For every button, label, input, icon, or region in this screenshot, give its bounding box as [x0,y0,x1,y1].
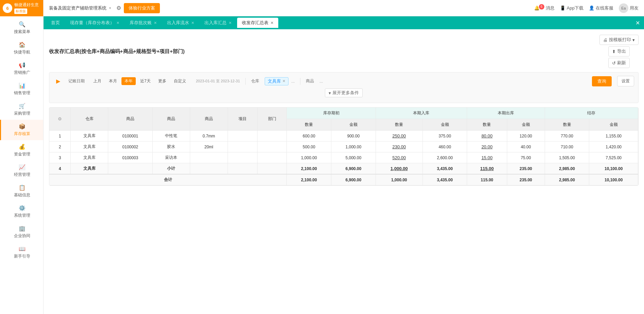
experience-button[interactable]: 体验行业方案 [124,3,160,13]
row-in-qty-link[interactable]: 1,000.00 [391,166,408,171]
row-in-qty-link[interactable]: 230.00 [392,144,406,149]
total-out-qty: 115.00 [467,174,507,185]
sidebar-item-enterprise[interactable]: 🏢企业协同 [0,222,43,242]
product-more[interactable]: ... [319,79,323,84]
sidebar-item-guide[interactable]: 📖新手引导 [0,242,43,263]
tab-close-in-out-flow[interactable]: ✕ [191,21,194,25]
col-dept-header: 部门 [257,108,287,131]
total-out-amount: 235.00 [507,174,545,185]
warehouse-tag[interactable]: 文具库 ✕ [265,77,288,85]
page-inner: 收发存汇总表(按仓库+商品编码+商品+规格型号+项目+部门) 🖨 按模板打印 ▾… [44,29,644,314]
logo-icon: 6 [3,3,12,13]
row-closing-amount: 7,525.00 [589,152,638,163]
col-warehouse-header: 仓库 [71,108,108,131]
tab-label-in-out-flow: 出入库流水 [167,20,189,26]
row-product-name: 采访本 [152,152,190,163]
app-download-action[interactable]: 📱 App下载 [560,5,583,11]
notification-action[interactable]: 🔔 6 消息 [534,5,555,11]
filter-toggle-button[interactable]: ▶ [53,77,63,86]
filter-area: ▶ 记账日期 上月本月本年近7天更多自定义 2023-01-01 至 2023-… [49,72,639,103]
tab-home[interactable]: 首页 [46,18,65,28]
row-opening-qty: 600.00 [287,131,331,142]
tab-label-receive-summary: 收发存汇总表 [242,20,268,26]
tab-batch[interactable]: 库存批次账✕ [125,18,162,28]
inventory-icon: 📦 [19,123,26,130]
query-button[interactable]: 查询 [592,76,612,86]
row-in-amount: 3,435.00 [423,163,467,175]
row-out-qty[interactable]: 115.00 [467,163,507,175]
row-warehouse: 文具库 [71,152,108,163]
tab-receive-summary[interactable]: 收发存汇总表✕ [237,18,278,28]
header-settings-icon[interactable]: ⚙ [116,5,121,11]
dropdown-arrow-icon[interactable]: ▾ [109,6,111,10]
sidebar-item-operation[interactable]: 📈经营管理 [0,161,43,181]
row-in-qty[interactable]: 250.00 [376,131,423,142]
tab-close-in-out-summary[interactable]: ✕ [229,21,232,25]
date-btn-this-month[interactable]: 本月 [106,77,120,85]
online-service-action[interactable]: 👤 在线客服 [589,5,613,11]
tab-close-batch[interactable]: ✕ [154,21,157,25]
print-dropdown-icon: ▾ [632,37,635,43]
sidebar-item-search[interactable]: 🔍搜索菜单 [0,18,43,38]
finance-icon: 💰 [19,144,26,150]
row-opening-qty: 2,100.00 [287,163,331,175]
row-in-qty[interactable]: 520.00 [376,152,423,163]
row-in-qty[interactable]: 230.00 [376,142,423,152]
total-closing-qty: 2,985.00 [545,174,589,185]
row-product-code [108,163,153,175]
notification-badge: 6 [539,4,544,10]
sidebar-item-inventory[interactable]: 📦库存核算 [0,120,43,140]
row-product-spec [190,163,228,175]
tab-in-out-flow[interactable]: 出入库流水✕ [162,18,199,28]
system-icon: ⚙️ [19,205,26,211]
sidebar-item-marketing[interactable]: 📢营销推广 [0,59,43,79]
table-settings-icon[interactable]: ⚙ [58,116,62,121]
expand-more-button[interactable]: ▾ 展开更多条件 [325,88,363,97]
tab-close-receive-summary[interactable]: ✕ [270,21,274,25]
refresh-icon: ↺ [612,61,616,66]
user-action[interactable]: Ea 用友 [619,3,639,13]
row-department [257,142,287,152]
row-out-qty[interactable]: 15.00 [467,152,507,163]
row-out-qty-link[interactable]: 80.00 [481,133,493,138]
row-out-qty-link[interactable]: 15.00 [481,155,493,160]
date-btn-more[interactable]: 更多 [155,77,169,85]
tab-stock-dist[interactable]: 现存量（库存分布表）✕ [65,18,124,28]
row-out-qty[interactable]: 80.00 [467,131,507,142]
print-button[interactable]: 🖨 按模板打印 ▾ [599,35,639,45]
date-btn-custom[interactable]: 自定义 [171,77,189,85]
sidebar-item-basic[interactable]: 📋基础信息 [0,181,43,201]
warehouse-tag-close-icon[interactable]: ✕ [282,79,285,83]
table-row: 2文具库0100002胶水20ml500.001,000.00230.00460… [49,142,638,152]
sidebar-item-sales[interactable]: 📊销售管理 [0,79,43,99]
sidebar-item-quick-nav[interactable]: 🏠快捷导航 [0,38,43,59]
sales-icon: 📊 [19,82,26,89]
col-stockin-header: 本期入库 [376,108,467,119]
col-product-name-header: 商品 [152,108,190,131]
sidebar-item-system[interactable]: ⚙️系统管理 [0,201,43,222]
row-product-spec [190,152,228,163]
date-btn-7days[interactable]: 近7天 [137,77,154,85]
tab-in-out-summary[interactable]: 出入库汇总✕ [200,18,236,28]
sidebar-item-purchase[interactable]: 🛒采购管理 [0,99,43,120]
row-out-qty-link[interactable]: 115.00 [480,166,494,171]
tab-close-stock-dist[interactable]: ✕ [116,21,119,25]
operation-icon: 📈 [19,164,26,170]
warehouse-more[interactable]: ... [291,79,295,84]
sidebar-item-finance[interactable]: 💰资金管理 [0,140,43,161]
row-in-qty-link[interactable]: 250.00 [392,133,406,138]
row-in-qty[interactable]: 1,000.00 [376,163,423,175]
tab-bar-close-icon[interactable]: ✕ [634,18,641,28]
settings-button[interactable]: 设置 [617,76,634,86]
row-out-qty-link[interactable]: 20.00 [481,144,493,149]
row-in-qty-link[interactable]: 520.00 [392,155,406,160]
col-settings-header[interactable]: ⚙ [49,108,71,131]
row-product-name: 胶水 [152,142,190,152]
col-project-header: 项目 [228,108,257,131]
phone-icon: 📱 [560,5,565,11]
refresh-button[interactable]: ↺ 刷新 [608,58,630,68]
row-out-qty[interactable]: 20.00 [467,142,507,152]
date-btn-this-year[interactable]: 本年 [121,77,136,85]
export-button[interactable]: ⬆ 导出 [608,46,630,56]
date-btn-prev-month[interactable]: 上月 [90,77,104,85]
